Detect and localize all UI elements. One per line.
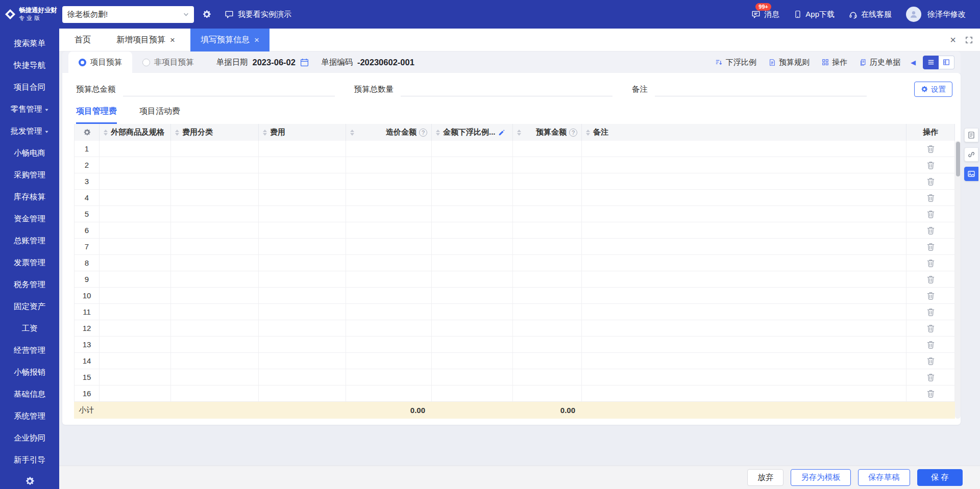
cell-float-ratio[interactable]	[432, 337, 513, 353]
cell-cost-amount[interactable]	[346, 337, 432, 353]
workspace-selector[interactable]: 徐老板勿删!	[62, 6, 194, 23]
cell-cost-amount[interactable]	[346, 369, 432, 385]
cell-remark[interactable]	[582, 157, 906, 173]
column-header-cost-amount[interactable]: 造价金额?	[346, 124, 432, 141]
calendar-icon[interactable]	[300, 58, 309, 67]
cell-cost-amount[interactable]	[346, 353, 432, 369]
cell-budget-amount[interactable]	[513, 369, 582, 385]
cell-cost-amount[interactable]	[346, 239, 432, 255]
close-all-tabs-icon[interactable]: ×	[950, 35, 956, 45]
cell-budget-amount[interactable]	[513, 222, 582, 239]
notes-icon[interactable]	[964, 128, 978, 142]
cell-budget-amount[interactable]	[513, 157, 582, 173]
cell-remark[interactable]	[582, 206, 906, 222]
sidebar-item-17[interactable]: 系统管理	[0, 405, 59, 427]
cell-cost-amount[interactable]	[346, 385, 432, 402]
cell-expense[interactable]	[259, 206, 346, 222]
sort-icon[interactable]	[436, 130, 440, 136]
delete-row-icon[interactable]	[927, 373, 935, 381]
cell-remark[interactable]	[582, 288, 906, 304]
budget-rules-button[interactable]: 预算规则	[769, 58, 810, 67]
cell-external-goods[interactable]	[100, 141, 171, 157]
column-header-external-goods[interactable]: 外部商品及规格	[100, 124, 171, 141]
cell-cost-amount[interactable]	[346, 255, 432, 271]
remark-input[interactable]	[655, 83, 867, 96]
app-download-button[interactable]: App下载	[794, 10, 835, 19]
close-tab-icon[interactable]: ×	[170, 36, 175, 44]
avatar[interactable]	[906, 7, 921, 22]
cell-expense-category[interactable]	[171, 337, 259, 353]
code-value[interactable]: -20230602-001	[357, 58, 414, 67]
column-header-expense-category[interactable]: 费用分类	[171, 124, 259, 141]
cell-external-goods[interactable]	[100, 369, 171, 385]
cell-expense[interactable]	[259, 190, 346, 206]
list-view-toggle[interactable]	[923, 56, 939, 69]
fullscreen-icon[interactable]	[965, 36, 973, 44]
date-value[interactable]: 2023-06-02	[253, 58, 296, 67]
cell-cost-amount[interactable]	[346, 141, 432, 157]
cell-expense-category[interactable]	[171, 222, 259, 239]
cell-budget-amount[interactable]	[513, 385, 582, 402]
sidebar-item-10[interactable]: 发票管理	[0, 252, 59, 274]
cell-budget-amount[interactable]	[513, 255, 582, 271]
sidebar-item-0[interactable]: 搜索菜单	[0, 33, 59, 55]
radio-nonproject-budget[interactable]: 非项目预算	[132, 52, 204, 73]
history-docs-button[interactable]: 历史单据	[860, 58, 900, 67]
delete-row-icon[interactable]	[927, 145, 935, 153]
cell-float-ratio[interactable]	[432, 385, 513, 402]
cell-expense[interactable]	[259, 304, 346, 320]
cell-external-goods[interactable]	[100, 337, 171, 353]
sidebar-item-6[interactable]: 采购管理	[0, 164, 59, 186]
delete-row-icon[interactable]	[927, 357, 935, 365]
sort-icon[interactable]	[517, 130, 521, 136]
cell-cost-amount[interactable]	[346, 304, 432, 320]
total-amount-input[interactable]	[123, 83, 335, 96]
cell-remark[interactable]	[582, 385, 906, 402]
sort-icon[interactable]	[350, 130, 354, 136]
cell-expense[interactable]	[259, 222, 346, 239]
scrollbar-thumb[interactable]	[956, 142, 960, 176]
sidebar-item-12[interactable]: 固定资产	[0, 296, 59, 318]
cell-float-ratio[interactable]	[432, 304, 513, 320]
help-icon[interactable]: ?	[569, 128, 577, 137]
cell-external-goods[interactable]	[100, 353, 171, 369]
discard-button[interactable]: 放弃	[747, 469, 783, 486]
page-tab-1[interactable]: 新增项目预算×	[106, 29, 185, 52]
cell-float-ratio[interactable]	[432, 288, 513, 304]
cell-expense[interactable]	[259, 288, 346, 304]
page-tab-2[interactable]: 填写预算信息×	[190, 29, 270, 52]
column-header-expense[interactable]: 费用	[259, 124, 346, 141]
cell-float-ratio[interactable]	[432, 239, 513, 255]
settings-button[interactable]: 设置	[914, 82, 952, 97]
cell-budget-amount[interactable]	[513, 206, 582, 222]
delete-row-icon[interactable]	[927, 324, 935, 332]
sort-icon[interactable]	[175, 130, 179, 136]
cell-remark[interactable]	[582, 304, 906, 320]
cell-external-goods[interactable]	[100, 157, 171, 173]
cell-expense-category[interactable]	[171, 304, 259, 320]
cell-expense-category[interactable]	[171, 320, 259, 337]
sidebar-item-14[interactable]: 经营管理	[0, 340, 59, 362]
cell-remark[interactable]	[582, 190, 906, 206]
cell-expense-category[interactable]	[171, 271, 259, 288]
cell-external-goods[interactable]	[100, 304, 171, 320]
cell-external-goods[interactable]	[100, 206, 171, 222]
delete-row-icon[interactable]	[927, 210, 935, 218]
sidebar-settings-gear-icon[interactable]	[25, 476, 35, 486]
cell-expense-category[interactable]	[171, 369, 259, 385]
cell-budget-amount[interactable]	[513, 190, 582, 206]
cell-expense[interactable]	[259, 157, 346, 173]
cell-expense[interactable]	[259, 353, 346, 369]
sidebar-item-19[interactable]: 新手引导	[0, 449, 59, 471]
sort-icon[interactable]	[586, 130, 590, 136]
cell-budget-amount[interactable]	[513, 353, 582, 369]
save-button[interactable]: 保 存	[917, 469, 963, 486]
column-header-float-ratio[interactable]: 金额下浮比例...	[432, 124, 513, 141]
cell-remark[interactable]	[582, 271, 906, 288]
sidebar-item-15[interactable]: 小畅报销	[0, 362, 59, 383]
cell-expense[interactable]	[259, 385, 346, 402]
cell-expense-category[interactable]	[171, 141, 259, 157]
delete-row-icon[interactable]	[927, 259, 935, 267]
cell-expense-category[interactable]	[171, 206, 259, 222]
cell-budget-amount[interactable]	[513, 288, 582, 304]
